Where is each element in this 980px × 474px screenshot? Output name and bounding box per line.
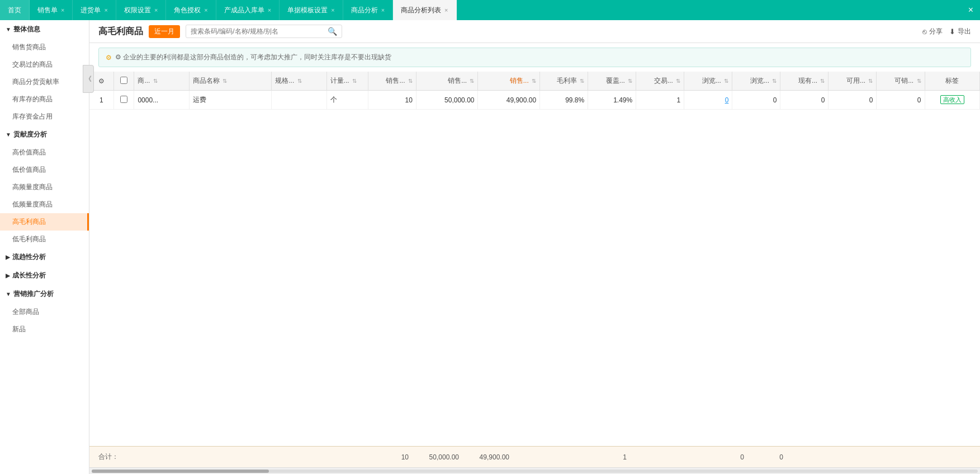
sidebar-group-marketing-items: 全部商品 新品 (0, 303, 89, 338)
nav-permission[interactable]: 权限设置 × (116, 0, 166, 20)
td-sales-qty: 10 (368, 91, 416, 110)
table-header-row: ⚙ 商... ⇅ 商品名称 ⇅ (89, 72, 980, 91)
close-template-icon[interactable]: × (331, 7, 334, 13)
sidebar-group-value-analysis[interactable]: ▼ 贡献度分析 (0, 125, 89, 144)
sidebar-group-growth[interactable]: ▶ 成长性分析 (0, 266, 89, 285)
th-name[interactable]: 商品名称 ⇅ (189, 72, 272, 91)
td-num: 1 (89, 91, 113, 110)
close-purchase-icon[interactable]: × (104, 7, 107, 13)
td-spec (272, 91, 326, 110)
sort-current-stock-icon: ⇅ (820, 78, 825, 84)
sidebar-item-all-goods[interactable]: 全部商品 (0, 303, 89, 321)
th-sales-profit[interactable]: 销售... ⇅ (478, 72, 540, 91)
th-sales-amt[interactable]: 销售... ⇅ (416, 72, 478, 91)
footer-sales-qty: 10 (370, 453, 409, 461)
sidebar-item-high-freq[interactable]: 高频量度商品 (0, 179, 89, 196)
td-current-stock: 0 (780, 91, 828, 110)
top-nav: 首页 销售单 × 进货单 × 权限设置 × 角色授权 × 产成品入库单 × 单据… (0, 0, 980, 20)
nav-product-in[interactable]: 产成品入库单 × (216, 0, 280, 20)
sort-unit-icon: ⇅ (352, 78, 357, 84)
td-sales-amt: 50,000.00 (416, 91, 478, 110)
td-tag: 高收入 (925, 91, 980, 110)
th-sku[interactable]: 商... ⇅ (134, 72, 189, 91)
search-input[interactable] (191, 27, 328, 35)
th-gross-margin[interactable]: 毛利率 ⇅ (540, 72, 588, 91)
close-role-icon[interactable]: × (204, 7, 207, 13)
sidebar-item-low-margin[interactable]: 低毛利商品 (0, 231, 89, 248)
sidebar-group-overall-items: 销售货商品 交易过的商品 商品分货贡献率 有库存的商品 库存资金占用 (0, 39, 89, 125)
th-spec[interactable]: 规格... ⇅ (272, 72, 326, 91)
table-container: ⚙ 商... ⇅ 商品名称 ⇅ (89, 72, 980, 446)
td-gross-margin: 99.8% (540, 91, 588, 110)
search-box: 🔍 (186, 25, 342, 38)
td-sku: 0000... (134, 91, 189, 110)
td-salable: 0 (877, 91, 925, 110)
td-unit: 个 (326, 91, 368, 110)
close-goods-analysis-icon[interactable]: × (381, 7, 385, 13)
close-goods-analysis-list-icon[interactable]: × (444, 7, 448, 13)
sidebar-item-traded-goods[interactable]: 交易过的商品 (0, 56, 89, 73)
sort-browse1-icon: ⇅ (724, 78, 728, 84)
sort-trade-count-icon: ⇅ (676, 78, 680, 84)
nav-template[interactable]: 单据模板设置 × (280, 0, 343, 20)
arrow-overall: ▼ (6, 26, 11, 32)
sidebar-item-high-value[interactable]: 高价值商品 (0, 144, 89, 161)
th-tag[interactable]: 标签 (925, 72, 980, 91)
sidebar-item-low-value[interactable]: 低价值商品 (0, 161, 89, 179)
table-row: 1 0000... 运费 (89, 91, 980, 110)
window-close-button[interactable]: × (962, 0, 980, 20)
close-product-in-icon[interactable]: × (268, 7, 271, 13)
close-sales-icon[interactable]: × (61, 7, 64, 13)
close-permission-icon[interactable]: × (154, 7, 158, 13)
select-all-checkbox[interactable] (120, 77, 127, 84)
th-trade-count[interactable]: 交易... ⇅ (636, 72, 684, 91)
horizontal-scrollbar[interactable] (89, 467, 980, 474)
share-button[interactable]: ⎋ 分享 (922, 27, 943, 36)
th-current-stock[interactable]: 现有... ⇅ (780, 72, 828, 91)
th-browse2[interactable]: 浏览... ⇅ (732, 72, 780, 91)
sort-sales-profit-icon: ⇅ (532, 78, 536, 84)
td-name: 运费 (189, 91, 272, 110)
sidebar-item-high-margin[interactable]: 高毛利商品 (0, 213, 89, 231)
sidebar-group-marketing[interactable]: ▼ 营销推广分析 (0, 285, 89, 303)
sidebar-group-value-items: 高价值商品 低价值商品 高频量度商品 低频量度商品 高毛利商品 低毛利商品 (0, 144, 89, 248)
sidebar-item-stock-capital[interactable]: 库存资金占用 (0, 108, 89, 125)
info-banner: ⚙ ⚙ 企业的主要的利润都是这部分商品创造的，可考虑加大推广，同时关注库存是不要… (98, 48, 971, 67)
sidebar-item-sales-goods[interactable]: 销售货商品 (0, 39, 89, 56)
sidebar-group-overall[interactable]: ▼ 整体信息 (0, 20, 89, 39)
nav-purchase[interactable]: 进货单 × (73, 0, 116, 20)
td-browse1[interactable]: 0 (684, 91, 732, 110)
row-checkbox[interactable] (120, 96, 127, 103)
sort-sales-qty-icon: ⇅ (408, 78, 413, 84)
td-sales-profit: 49,900.00 (478, 91, 540, 110)
nav-goods-analysis[interactable]: 商品分析 × (343, 0, 393, 20)
sidebar-item-low-freq[interactable]: 低频量度商品 (0, 196, 89, 213)
sort-salable-icon: ⇅ (917, 78, 921, 84)
sidebar-item-new-goods[interactable]: 新品 (0, 321, 89, 338)
th-sales-qty[interactable]: 销售... ⇅ (368, 72, 416, 91)
sort-spec-icon: ⇅ (297, 78, 302, 84)
td-check[interactable] (113, 91, 134, 110)
sidebar-item-in-stock-goods[interactable]: 有库存的商品 (0, 91, 89, 108)
scroll-thumb[interactable] (92, 470, 269, 473)
th-check[interactable] (113, 72, 134, 91)
th-coverage[interactable]: 覆盖... ⇅ (588, 72, 636, 91)
nav-sales[interactable]: 销售单 × (30, 0, 73, 20)
th-browse1[interactable]: 浏览... ⇅ (684, 72, 732, 91)
th-unit[interactable]: 计量... ⇅ (326, 72, 368, 91)
export-button[interactable]: ⬇ 导出 (949, 27, 971, 36)
sidebar-item-goods-contrib[interactable]: 商品分货贡献率 (0, 73, 89, 91)
th-available[interactable]: 可用... ⇅ (828, 72, 877, 91)
sidebar-group-trend[interactable]: ▶ 流趋性分析 (0, 248, 89, 266)
filter-period-button[interactable]: 近一月 (149, 25, 180, 38)
nav-role[interactable]: 角色授权 × (166, 0, 216, 20)
sidebar-collapse-button[interactable]: 《 (83, 65, 94, 93)
td-browse2: 0 (732, 91, 780, 110)
th-salable[interactable]: 可销... ⇅ (877, 72, 925, 91)
nav-goods-analysis-list[interactable]: 商品分析列表 × (393, 0, 456, 20)
nav-home[interactable]: 首页 (0, 0, 30, 20)
search-icon[interactable]: 🔍 (328, 27, 337, 36)
content-header: 高毛利商品 近一月 🔍 ⎋ 分享 ⬇ 导出 (89, 20, 980, 43)
scroll-track[interactable] (92, 470, 978, 473)
td-available: 0 (828, 91, 877, 110)
